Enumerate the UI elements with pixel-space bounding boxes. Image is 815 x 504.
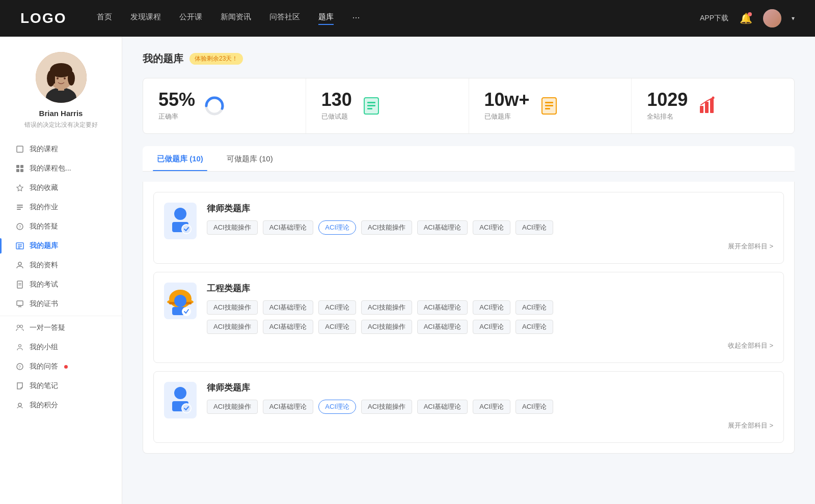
one-on-one-icon — [15, 323, 24, 332]
bank-3-tag-0[interactable]: ACI技能操作 — [207, 400, 258, 414]
svg-point-32 — [19, 345, 21, 347]
nav-more[interactable]: ··· — [352, 12, 360, 25]
bank-3-tag-6[interactable]: ACI理论 — [515, 400, 553, 414]
bank-2-tag-12[interactable]: ACI理论 — [473, 320, 510, 334]
sidebar-label-my-group: 我的小组 — [30, 343, 58, 352]
bank-3-name: 律师类题库 — [207, 382, 773, 394]
sidebar-item-my-favorites[interactable]: 我的收藏 — [0, 178, 122, 198]
sidebar-item-my-bank[interactable]: 我的题库 — [0, 236, 122, 256]
bank-2-tag-9[interactable]: ACI理论 — [318, 320, 356, 334]
banks-container: 律师类题库 ACI技能操作 ACI基础理论 ACI理论 ACI技能操作 ACI基… — [143, 182, 795, 454]
bank-icon-engineering — [164, 283, 197, 319]
nav-discover[interactable]: 发现课程 — [130, 12, 161, 25]
bank-3-tag-2[interactable]: ACI理论 — [318, 400, 356, 414]
sidebar-label-my-favorites: 我的收藏 — [30, 183, 58, 192]
notification-bell[interactable]: 🔔 — [739, 11, 753, 25]
sidebar-item-my-packages[interactable]: 我的课程包... — [0, 159, 122, 178]
sidebar-item-my-questions[interactable]: ? 我的答疑 — [0, 217, 122, 236]
svg-point-62 — [174, 387, 186, 399]
bank-2-tag-3[interactable]: ACI技能操作 — [361, 300, 412, 315]
sidebar-item-my-group[interactable]: 我的小组 — [0, 338, 122, 357]
bank-2-content: 工程类题库 ACI技能操作 ACI基础理论 ACI理论 ACI技能操作 ACI基… — [207, 283, 773, 352]
bank-2-tag-8[interactable]: ACI基础理论 — [263, 320, 314, 334]
sidebar-item-my-courses[interactable]: 我的课程 — [0, 139, 122, 159]
bank-2-tag-1[interactable]: ACI基础理论 — [263, 300, 314, 315]
sidebar-item-my-homework[interactable]: 我的作业 — [0, 198, 122, 217]
bank-3-tag-3[interactable]: ACI技能操作 — [361, 400, 412, 414]
my-points-icon — [15, 401, 24, 410]
main-content: 我的题库 体验剩余23天！ 55% 正确率 — [122, 37, 815, 504]
svg-rect-40 — [367, 102, 375, 103]
bank-2-tag-10[interactable]: ACI技能操作 — [361, 320, 412, 334]
bank-2-tag-6[interactable]: ACI理论 — [515, 300, 553, 315]
navbar: LOGO 首页 发现课程 公开课 新闻资讯 问答社区 题库 ··· APP下载 … — [0, 0, 815, 37]
stat-questions-value: 130 — [321, 91, 352, 109]
sidebar-item-my-answers[interactable]: ? 我的问答 — [0, 357, 122, 376]
stat-rank-label: 全站排名 — [647, 112, 688, 121]
bank-1-tag-6[interactable]: ACI理论 — [515, 220, 553, 235]
bank-1-tag-5[interactable]: ACI理论 — [473, 220, 510, 235]
bank-1-tag-4[interactable]: ACI基础理论 — [417, 220, 468, 235]
bank-2-name: 工程类题库 — [207, 283, 773, 294]
bank-1-tag-1[interactable]: ACI基础理论 — [263, 220, 314, 235]
svg-text:?: ? — [18, 365, 21, 370]
sidebar-item-my-profile[interactable]: 我的资料 — [0, 256, 122, 275]
bank-1-tag-0[interactable]: ACI技能操作 — [207, 220, 258, 235]
bank-3-tag-1[interactable]: ACI基础理论 — [263, 400, 314, 414]
nav-open-course[interactable]: 公开课 — [179, 12, 202, 25]
my-questions-icon: ? — [15, 222, 24, 231]
nav-bank[interactable]: 题库 — [318, 12, 334, 25]
sidebar-label-my-exams: 我的考试 — [30, 280, 58, 289]
svg-rect-46 — [545, 105, 553, 106]
svg-point-59 — [174, 295, 186, 307]
page-title-row: 我的题库 体验剩余23天！ — [143, 52, 795, 66]
stat-accuracy-value: 55% — [158, 91, 195, 109]
banks-done-icon — [538, 95, 560, 117]
bank-1-content: 律师类题库 ACI技能操作 ACI基础理论 ACI理论 ACI技能操作 ACI基… — [207, 203, 773, 253]
my-notes-icon — [15, 381, 24, 390]
sidebar-item-one-on-one[interactable]: 一对一答疑 — [0, 318, 122, 338]
bank-3-tag-5[interactable]: ACI理论 — [473, 400, 510, 414]
avatar-svg — [36, 52, 87, 103]
page-wrapper: Brian Harris 错误的决定比没有决定要好 我的课程 我的课程包... … — [0, 37, 815, 504]
stat-accuracy-values: 55% 正确率 — [158, 91, 195, 121]
svg-rect-29 — [17, 301, 23, 305]
bank-2-tag-2[interactable]: ACI理论 — [318, 300, 356, 315]
bank-3-expand[interactable]: 展开全部科目 > — [207, 419, 773, 432]
my-profile-icon — [15, 261, 24, 270]
nav-qa[interactable]: 问答社区 — [269, 12, 300, 25]
bank-3-tag-4[interactable]: ACI基础理论 — [417, 400, 468, 414]
svg-rect-14 — [20, 169, 23, 172]
svg-text:?: ? — [19, 225, 21, 230]
bank-1-tag-2[interactable]: ACI理论 — [318, 220, 356, 235]
bank-2-tag-4[interactable]: ACI基础理论 — [417, 300, 468, 315]
rank-icon — [696, 95, 718, 117]
sidebar-label-my-packages: 我的课程包... — [30, 164, 71, 173]
bank-card-lawyer-1: 律师类题库 ACI技能操作 ACI基础理论 ACI理论 ACI技能操作 ACI基… — [153, 192, 784, 264]
user-dropdown-arrow[interactable]: ▾ — [792, 15, 795, 22]
bank-1-expand[interactable]: 展开全部科目 > — [207, 240, 773, 253]
sidebar-item-my-certificates[interactable]: 我的证书 — [0, 294, 122, 314]
my-certificates-icon — [15, 299, 24, 309]
nav-news[interactable]: 新闻资讯 — [221, 12, 251, 25]
sidebar-label-my-profile: 我的资料 — [30, 261, 58, 270]
user-avatar[interactable] — [763, 9, 781, 27]
bank-card-engineering: 工程类题库 ACI技能操作 ACI基础理论 ACI理论 ACI技能操作 ACI基… — [153, 272, 784, 363]
bank-2-tag-11[interactable]: ACI基础理论 — [417, 320, 468, 334]
bank-2-tag-13[interactable]: ACI理论 — [515, 320, 553, 334]
bank-2-tag-0[interactable]: ACI技能操作 — [207, 300, 258, 315]
bank-2-collapse[interactable]: 收起全部科目 > — [207, 339, 773, 352]
nav-home[interactable]: 首页 — [97, 12, 112, 25]
bank-2-tag-5[interactable]: ACI理论 — [473, 300, 510, 315]
svg-point-65 — [182, 404, 191, 412]
bank-2-tag-7[interactable]: ACI技能操作 — [207, 320, 258, 334]
bank-2-tags-row-2: ACI技能操作 ACI基础理论 ACI理论 ACI技能操作 ACI基础理论 AC… — [207, 320, 773, 334]
tab-available-banks[interactable]: 可做题库 (10) — [223, 146, 277, 171]
tab-done-banks[interactable]: 已做题库 (10) — [153, 146, 207, 171]
bank-1-tag-3[interactable]: ACI技能操作 — [361, 220, 412, 235]
sidebar-item-my-notes[interactable]: 我的笔记 — [0, 376, 122, 396]
sidebar-item-my-points[interactable]: 我的积分 — [0, 396, 122, 415]
stat-rank-value: 1029 — [647, 91, 688, 109]
sidebar-item-my-exams[interactable]: 我的考试 — [0, 275, 122, 294]
app-download-link[interactable]: APP下载 — [700, 14, 728, 23]
